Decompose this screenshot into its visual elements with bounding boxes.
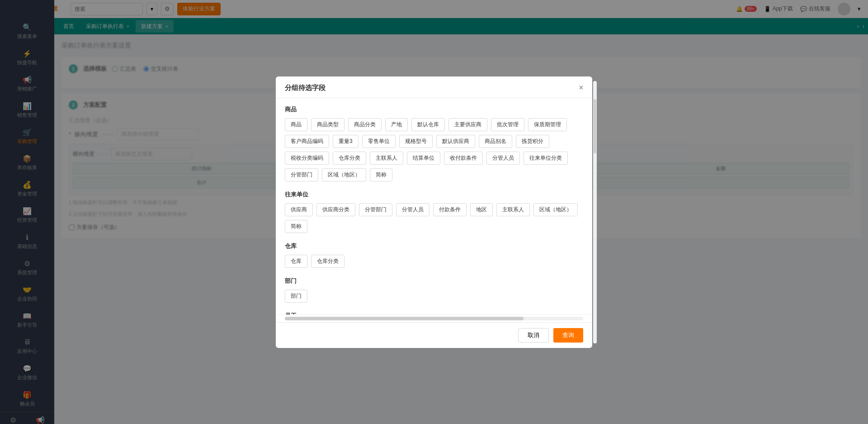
field-tag[interactable]: 仓库分类 — [311, 255, 344, 268]
field-selection-modal: 分组待选字段 × 商品 商品 商品类型 商品分类 产地 默认仓库 主要供应商 批… — [276, 76, 592, 348]
section-warehouse-title: 仓库 — [285, 242, 583, 250]
field-tag[interactable]: 简称 — [285, 220, 307, 233]
field-tag[interactable]: 主联系人 — [370, 152, 403, 165]
field-tag[interactable]: 主要供应商 — [448, 118, 487, 131]
field-tag[interactable]: 商品分类 — [348, 118, 382, 131]
section-partner-title: 往来单位 — [285, 191, 583, 199]
field-tag[interactable]: 部门 — [285, 290, 307, 303]
field-tag[interactable]: 产地 — [385, 118, 408, 131]
field-tag[interactable]: 商品别名 — [479, 135, 512, 148]
modal-overlay: 分组待选字段 × 商品 商品 商品类型 商品分类 产地 默认仓库 主要供应商 批… — [0, 0, 868, 424]
modal-horizontal-scrollbar[interactable] — [285, 317, 583, 320]
field-tag[interactable]: 区域（地区） — [322, 168, 366, 181]
field-tag[interactable]: 主联系人 — [496, 203, 530, 216]
field-tag[interactable]: 商品 — [285, 118, 307, 131]
field-tag[interactable]: 付款条件 — [433, 203, 467, 216]
section-partner: 往来单位 供应商 供应商分类 分管部门 分管人员 付款条件 地区 主联系人 区域… — [285, 191, 583, 233]
field-tag[interactable]: 默认供应商 — [436, 135, 475, 148]
field-tag[interactable]: 区域（地区） — [533, 203, 578, 216]
field-tag[interactable]: 地区 — [470, 203, 493, 216]
modal-body: 商品 商品 商品类型 商品分类 产地 默认仓库 主要供应商 批次管理 保质期管理… — [276, 98, 592, 314]
field-tag[interactable]: 供应商分类 — [316, 203, 355, 216]
field-tag[interactable]: 供应商 — [285, 203, 313, 216]
field-tag[interactable]: 商品类型 — [311, 118, 344, 131]
field-tag[interactable]: 分管部门 — [359, 203, 392, 216]
field-tag[interactable]: 拣货积分 — [516, 135, 549, 148]
section-department: 部门 部门 — [285, 277, 583, 303]
field-tag[interactable]: 保质期管理 — [528, 118, 567, 131]
field-tag[interactable]: 零售单位 — [362, 135, 396, 148]
field-tag[interactable]: 分管部门 — [285, 168, 318, 181]
field-tag[interactable]: 分管人员 — [396, 203, 429, 216]
modal-footer: 取消 查询 — [276, 322, 592, 348]
field-tag[interactable]: 批次管理 — [491, 118, 524, 131]
field-tag[interactable]: 客户商品编码 — [285, 135, 329, 148]
field-tag[interactable]: 税收分类编码 — [285, 152, 329, 165]
vertical-scrollbar-thumb — [594, 99, 596, 153]
field-tag[interactable]: 默认仓库 — [411, 118, 445, 131]
field-tag[interactable]: 结算单位 — [407, 152, 440, 165]
field-tag[interactable]: 收付款条件 — [444, 152, 483, 165]
section-goods: 商品 商品 商品类型 商品分类 产地 默认仓库 主要供应商 批次管理 保质期管理… — [285, 105, 583, 181]
cancel-button[interactable]: 取消 — [518, 328, 549, 343]
field-tag[interactable]: 仓库 — [285, 255, 307, 268]
field-tag[interactable]: 往来单位分类 — [524, 152, 568, 165]
modal-vertical-scrollbar[interactable] — [593, 81, 597, 343]
section-department-title: 部门 — [285, 277, 583, 285]
modal-scrollbar-area — [276, 314, 592, 322]
field-tags-partner: 供应商 供应商分类 分管部门 分管人员 付款条件 地区 主联系人 区域（地区） … — [285, 203, 583, 233]
field-tag[interactable]: 简称 — [370, 168, 392, 181]
field-tag[interactable]: 仓库分类 — [333, 152, 366, 165]
section-goods-title: 商品 — [285, 105, 583, 114]
modal-header: 分组待选字段 × — [276, 76, 592, 98]
field-tag[interactable]: 重量3 — [333, 135, 359, 148]
field-tags-department: 部门 — [285, 290, 583, 303]
confirm-button[interactable]: 查询 — [553, 328, 583, 343]
field-tag[interactable]: 规格型号 — [399, 135, 433, 148]
field-tag[interactable]: 分管人员 — [486, 152, 520, 165]
section-warehouse: 仓库 仓库 仓库分类 — [285, 242, 583, 268]
field-tags-warehouse: 仓库 仓库分类 — [285, 255, 583, 268]
modal-title: 分组待选字段 — [285, 84, 326, 92]
modal-close-button[interactable]: × — [579, 84, 583, 92]
field-tags-goods: 商品 商品类型 商品分类 产地 默认仓库 主要供应商 批次管理 保质期管理 客户… — [285, 118, 583, 181]
modal-scrollbar-thumb — [285, 317, 524, 320]
